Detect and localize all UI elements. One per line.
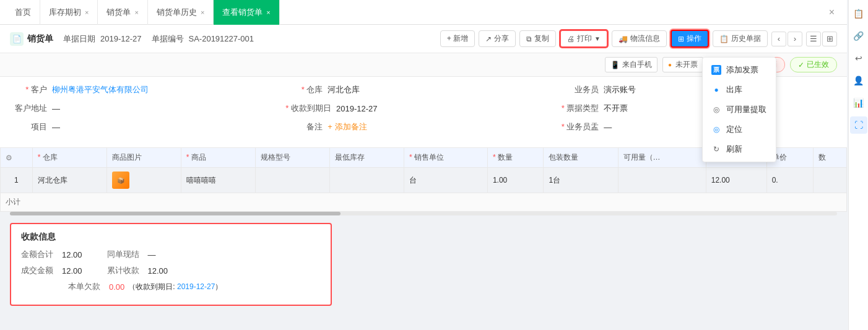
dropdown-refresh[interactable]: ↻ 刷新 bbox=[703, 139, 776, 159]
row-product-img: 📦 bbox=[106, 168, 181, 193]
copy-icon: ⧉ bbox=[526, 35, 532, 43]
print-dropdown-icon: ▼ bbox=[594, 35, 601, 42]
col-product: 商品 bbox=[181, 148, 255, 168]
history-button[interactable]: 📋 历史单据 bbox=[713, 30, 768, 47]
layout-buttons: ☰ ⊞ bbox=[806, 32, 837, 46]
locate-icon: ◎ bbox=[711, 124, 721, 134]
transaction-item: 成交金额 12.00 bbox=[21, 265, 82, 276]
prev-button[interactable]: ‹ bbox=[771, 32, 786, 46]
staff-field: 业务员 演示账号 bbox=[562, 84, 837, 95]
tab-view-sales[interactable]: 查看销货单 × bbox=[214, 0, 279, 25]
ticket-value: 不开票 bbox=[604, 103, 628, 114]
phone-button[interactable]: 📱 来自手机 bbox=[605, 57, 658, 72]
cumulative-value: 12.00 bbox=[148, 266, 168, 276]
sidebar-icon-1[interactable]: 📋 bbox=[850, 5, 867, 22]
dropdown-outbound[interactable]: ● 出库 bbox=[703, 80, 776, 100]
sidebar-icon-5[interactable]: 📊 bbox=[850, 94, 867, 111]
sidebar-icon-4[interactable]: 👤 bbox=[850, 72, 867, 89]
total-value: 12.00 bbox=[62, 250, 82, 259]
tab-close-view-sales[interactable]: × bbox=[266, 9, 270, 16]
project-field: 项目 — bbox=[10, 121, 285, 132]
tab-close-sales-history[interactable]: × bbox=[201, 9, 204, 16]
layout-list-button[interactable]: ☰ bbox=[806, 32, 821, 46]
payment-row-1: 金额合计 12.00 同单现结 — bbox=[21, 249, 321, 260]
global-close-button[interactable]: × bbox=[823, 7, 841, 18]
customer-value[interactable]: 柳州粤港平安气体有限公司 bbox=[52, 84, 149, 95]
subtotal-label: 小计 bbox=[1, 193, 847, 212]
tab-sales-history[interactable]: 销货单历史 × bbox=[148, 0, 214, 25]
tab-home[interactable]: 首页 bbox=[6, 0, 40, 25]
note-field: 备注 + 添加备注 bbox=[285, 121, 561, 132]
due-date-field: 收款到期日 2019-12-27 bbox=[285, 103, 561, 114]
doc-date-label: 单据日期 2019-12-27 bbox=[63, 33, 142, 45]
sidebar-icon-3[interactable]: ↩ bbox=[850, 50, 867, 67]
payment-title: 收款信息 bbox=[21, 232, 321, 243]
row-warehouse: 河北仓库 bbox=[32, 168, 106, 193]
scroll-thumb bbox=[10, 212, 341, 215]
col-spec: 规格型号 bbox=[255, 148, 329, 168]
doc-meta: 单据日期 2019-12-27 单据编号 SA-20191227-001 bbox=[63, 33, 254, 45]
available-icon: ◎ bbox=[711, 105, 721, 115]
new-button[interactable]: + 新增 bbox=[440, 30, 475, 47]
due-date-value: 2019-12-27 bbox=[336, 104, 378, 113]
nav-arrows: ‹ › bbox=[771, 32, 802, 46]
table-row: 1 河北仓库 📦 嘻嘻嘻嘻 台 1.00 1台 12.00 0. bbox=[1, 168, 847, 193]
col-gear: ⚙ bbox=[1, 148, 33, 168]
warehouse-label: 仓库 bbox=[285, 84, 323, 95]
dropdown-add-invoice[interactable]: 票 添加发票 bbox=[703, 60, 776, 80]
row-quantity: 1.00 bbox=[487, 168, 544, 193]
outbound-label: 出库 bbox=[726, 84, 742, 95]
project-value: — bbox=[52, 123, 60, 132]
dropdown-locate[interactable]: ◎ 定位 bbox=[703, 119, 776, 139]
gear-icon[interactable]: ⚙ bbox=[6, 154, 12, 162]
dropdown-available[interactable]: ◎ 可用量提取 bbox=[703, 100, 776, 119]
scroll-indicator[interactable] bbox=[10, 212, 837, 215]
effect-check-icon: ✓ bbox=[798, 61, 804, 69]
toolbar: + 新增 ↗ 分享 ⧉ 复制 🖨 打印 ▼ 🚚 物流信息 bbox=[440, 30, 837, 48]
row-price: 0. bbox=[766, 168, 814, 193]
col-warehouse: 仓库 bbox=[32, 148, 106, 168]
row-min-stock bbox=[329, 168, 404, 193]
copy-button[interactable]: ⧉ 复制 bbox=[519, 30, 556, 47]
product-image: 📦 bbox=[112, 172, 129, 189]
next-button[interactable]: › bbox=[788, 32, 802, 46]
payment-row-2: 成交金额 12.00 累计收款 12.00 bbox=[21, 265, 321, 276]
outbound-icon: ● bbox=[711, 85, 721, 95]
sidebar-icon-2[interactable]: 🔗 bbox=[850, 27, 867, 45]
layout-grid-button[interactable]: ⊞ bbox=[822, 32, 837, 46]
staff-label: 业务员 bbox=[562, 84, 599, 95]
operation-dropdown: 票 添加发票 ● 出库 ◎ 可用量提取 ◎ 定位 ↻ 刷新 bbox=[702, 57, 776, 162]
share-button[interactable]: ↗ 分享 bbox=[479, 30, 516, 47]
payment-section: 收款信息 金额合计 12.00 同单现结 — 成交金额 12.00 累计收款 bbox=[10, 223, 332, 306]
total-item: 金额合计 12.00 bbox=[21, 249, 82, 260]
row-amount bbox=[814, 168, 847, 193]
same-order-value: — bbox=[148, 250, 156, 259]
ticket-status-button[interactable]: 未开票 bbox=[662, 57, 703, 72]
right-sidebar: 📋 🔗 ↩ 👤 📊 ⛶ bbox=[848, 0, 868, 330]
salesperson-label: 业务员盂 bbox=[562, 121, 599, 132]
salesperson-field: 业务员盂 — bbox=[562, 121, 837, 132]
salesperson-value: — bbox=[604, 123, 612, 132]
print-icon: 🖨 bbox=[567, 35, 575, 43]
project-label: 项目 bbox=[10, 121, 47, 132]
phone-icon: 📱 bbox=[610, 61, 620, 69]
cumulative-label: 累计收款 bbox=[107, 265, 144, 276]
tab-close-sales[interactable]: × bbox=[134, 9, 138, 16]
logistics-button[interactable]: 🚚 物流信息 bbox=[612, 30, 667, 47]
effect-status-button[interactable]: ✓ 已生效 bbox=[790, 57, 837, 72]
col-amount: 数 bbox=[814, 148, 847, 168]
transaction-value: 12.00 bbox=[62, 266, 82, 276]
print-button[interactable]: 🖨 打印 ▼ bbox=[560, 30, 608, 48]
ticket-field: 票据类型 不开票 bbox=[562, 103, 837, 114]
col-product-img: 商品图片 bbox=[106, 148, 181, 168]
tab-inventory[interactable]: 库存期初 × bbox=[40, 0, 98, 25]
row-index: 1 bbox=[1, 168, 33, 193]
refresh-icon: ↻ bbox=[711, 144, 721, 154]
sidebar-icon-6[interactable]: ⛶ bbox=[850, 116, 867, 134]
note-label: 备注 bbox=[285, 121, 323, 132]
tab-sales[interactable]: 销货单 × bbox=[98, 0, 147, 25]
operation-button[interactable]: ⊞ 操作 bbox=[671, 30, 709, 48]
note-add-link[interactable]: + 添加备注 bbox=[328, 121, 367, 132]
tab-close-inventory[interactable]: × bbox=[85, 9, 89, 16]
customer-label: 客户 bbox=[10, 84, 47, 95]
